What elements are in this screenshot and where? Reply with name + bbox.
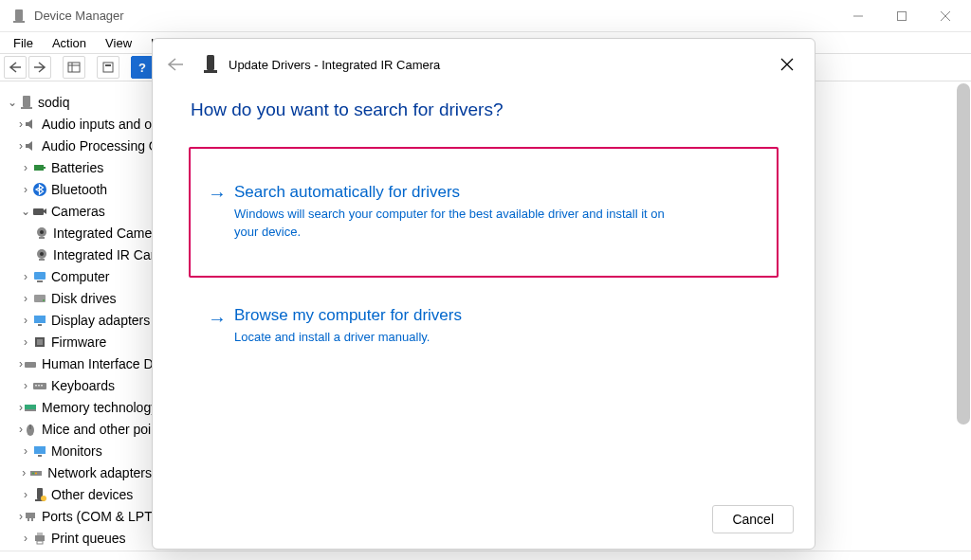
twisty-icon[interactable]: › <box>19 314 32 327</box>
twisty-icon[interactable]: › <box>19 270 32 283</box>
svg-rect-11 <box>23 96 30 107</box>
svg-point-47 <box>41 496 46 501</box>
close-button[interactable] <box>924 2 967 30</box>
other-icon <box>32 487 47 502</box>
twisty-icon[interactable]: › <box>19 379 32 392</box>
network-icon <box>28 465 44 480</box>
menu-action[interactable]: Action <box>45 34 94 52</box>
option-title: Search automatically for drivers <box>234 183 756 202</box>
title-bar: Device Manager <box>0 0 971 32</box>
tree-root[interactable]: ⌄ sodiq <box>6 91 152 113</box>
twisty-icon[interactable]: › <box>19 532 32 545</box>
svg-rect-3 <box>898 11 907 20</box>
svg-rect-48 <box>26 513 35 518</box>
tree-item[interactable]: ›Computer <box>6 265 152 287</box>
printer-icon <box>32 531 47 546</box>
tree-item[interactable]: ›Ports (COM & LPT) <box>6 505 152 527</box>
dialog-title: Update Drivers - Integrated IR Camera <box>229 58 440 72</box>
twisty-icon[interactable]: ⌄ <box>19 205 32 218</box>
webcam-icon <box>34 247 49 262</box>
tree-item[interactable]: ›Bluetooth <box>6 178 152 200</box>
toolbar-properties-icon[interactable] <box>97 56 119 79</box>
svg-rect-28 <box>38 324 42 326</box>
port-icon <box>23 509 38 524</box>
twisty-icon[interactable]: › <box>19 444 32 458</box>
svg-rect-12 <box>21 107 32 109</box>
tree-item[interactable]: ›Mice and other pointing devices <box>6 418 152 440</box>
tree-item[interactable]: ›Keyboards <box>6 374 152 396</box>
display-icon <box>32 313 47 328</box>
tree-item-label: Integrated IR Camera <box>53 247 152 262</box>
tree-item[interactable]: ›Other devices <box>6 483 152 505</box>
toolbar-help-icon[interactable]: ? <box>131 56 154 79</box>
tree-item-label: Human Interface Devices <box>42 356 152 371</box>
tree-item[interactable]: ›Disk drives <box>6 287 152 309</box>
tree-item[interactable]: ⌄Cameras <box>6 200 152 222</box>
tree-item[interactable]: Integrated Camera <box>6 222 152 244</box>
twisty-icon[interactable]: › <box>19 292 32 305</box>
computer-icon <box>19 95 34 110</box>
tree-item-label: Cameras <box>51 204 105 219</box>
minimize-button[interactable] <box>836 2 880 30</box>
tree-item[interactable]: ›Batteries <box>6 156 152 178</box>
back-button[interactable] <box>4 56 27 79</box>
camera-icon <box>32 204 47 219</box>
tree-item[interactable]: ›Firmware <box>6 331 152 352</box>
tree-item[interactable]: ›Audio Processing Objects <box>6 135 152 156</box>
maximize-button[interactable] <box>880 2 924 30</box>
tree-item[interactable]: ›Memory technology devices <box>6 396 152 418</box>
twisty-icon[interactable]: ⌄ <box>6 96 19 109</box>
tree-item[interactable]: ›Display adapters <box>6 309 152 331</box>
dialog-question: How do you want to search for drivers? <box>191 99 777 120</box>
option-search-automatically[interactable]: → Search automatically for drivers Windo… <box>189 147 779 278</box>
tree-item[interactable]: ›Audio inputs and outputs <box>6 113 152 135</box>
tree-item[interactable]: ›Print queues <box>6 527 152 549</box>
tree-item-label: Network adapters <box>47 465 152 480</box>
toolbar-details-icon[interactable] <box>63 56 85 79</box>
battery-icon <box>32 160 47 175</box>
tree-item[interactable]: ›Network adapters <box>6 461 152 483</box>
svg-rect-50 <box>31 518 33 521</box>
audio-icon <box>23 117 38 132</box>
svg-rect-0 <box>15 9 23 21</box>
status-bar <box>0 551 971 560</box>
forward-button[interactable] <box>28 56 51 79</box>
tree-item[interactable]: Integrated IR Camera <box>6 244 152 265</box>
svg-rect-16 <box>33 208 44 215</box>
twisty-icon[interactable]: › <box>19 161 32 174</box>
svg-rect-23 <box>34 272 46 280</box>
dialog-back-button[interactable] <box>164 53 187 76</box>
twisty-icon[interactable]: › <box>19 183 32 196</box>
twisty-icon[interactable]: › <box>19 335 32 349</box>
svg-rect-19 <box>39 237 45 239</box>
scrollbar-thumb[interactable] <box>957 83 970 425</box>
option-browse-computer[interactable]: → Browse my computer for drivers Locate … <box>191 291 777 362</box>
dialog-close-button[interactable] <box>771 48 803 81</box>
twisty-icon[interactable]: › <box>19 488 32 501</box>
option-title: Browse my computer for drivers <box>234 306 756 325</box>
svg-rect-9 <box>103 63 113 72</box>
svg-rect-54 <box>207 55 214 70</box>
menu-file[interactable]: File <box>6 34 41 52</box>
tree-item-label: Monitors <box>51 443 102 459</box>
arrow-icon: → <box>208 183 227 205</box>
tree-item[interactable]: ›Human Interface Devices <box>6 352 152 374</box>
tree-item-label: Audio Processing Objects <box>42 138 152 154</box>
tree-item-label: Ports (COM & LPT) <box>42 509 152 524</box>
svg-rect-35 <box>41 385 43 387</box>
twisty-icon[interactable]: › <box>19 466 28 479</box>
tree-item[interactable]: ›Monitors <box>6 440 152 461</box>
tree-item-label: Display adapters <box>51 313 150 328</box>
hid-icon <box>23 356 38 371</box>
menu-view[interactable]: View <box>98 34 139 52</box>
svg-point-18 <box>40 230 44 234</box>
cancel-button[interactable]: Cancel <box>712 505 794 533</box>
svg-rect-14 <box>44 167 46 169</box>
svg-rect-40 <box>34 446 46 454</box>
device-tree[interactable]: ⌄ sodiq ›Audio inputs and outputs›Audio … <box>0 83 152 551</box>
tree-item-label: Print queues <box>51 531 126 546</box>
memory-icon <box>23 400 38 415</box>
svg-rect-22 <box>39 259 45 261</box>
svg-point-44 <box>35 472 37 474</box>
svg-rect-30 <box>37 339 43 345</box>
